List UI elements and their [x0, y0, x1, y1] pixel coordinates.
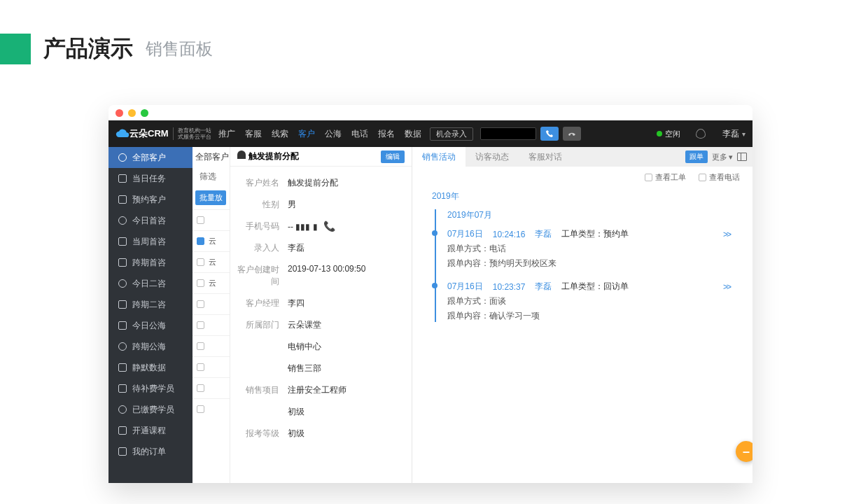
activity-tab-2[interactable]: 客服对话	[519, 147, 572, 167]
sidebar-item-8[interactable]: 今日公海	[108, 315, 192, 336]
view-ticket-checkbox[interactable]: 查看工单	[645, 172, 686, 183]
sidebar-item-2[interactable]: 预约客户	[108, 189, 192, 210]
list-row[interactable]	[192, 377, 230, 398]
activity-panel: 销售活动访客动态客服对话 跟单 更多▾ 查看工单 查看电话 2019年 2019…	[412, 147, 752, 483]
field-label: 录入人	[237, 242, 288, 254]
row-checkbox[interactable]	[197, 216, 204, 224]
row-checkbox[interactable]	[197, 300, 204, 308]
follow-button[interactable]: 跟单	[685, 150, 708, 163]
sidebar-item-9[interactable]: 跨期公海	[108, 336, 192, 357]
sidebar-item-12[interactable]: 已缴费学员	[108, 399, 192, 420]
row-checkbox[interactable]	[197, 279, 204, 287]
detail-field: 性别男	[237, 194, 405, 216]
sidebar-item-label: 今日二咨	[132, 278, 166, 290]
list-row[interactable]	[192, 335, 230, 356]
list-row[interactable]	[192, 356, 230, 377]
list-row[interactable]: 云	[192, 251, 230, 272]
row-checkbox[interactable]	[197, 258, 204, 266]
phone-icon	[545, 130, 554, 138]
minimize-window-icon[interactable]	[128, 109, 136, 117]
detail-field: 所属部门云朵课堂	[237, 314, 405, 336]
expand-arrow-icon[interactable]: >>	[723, 282, 730, 292]
row-checkbox[interactable]	[197, 321, 204, 329]
bell-icon[interactable]	[696, 129, 706, 139]
nav-item-1[interactable]: 客服	[245, 128, 262, 140]
timeline-month: 2019年07月	[447, 209, 733, 221]
search-input[interactable]	[480, 127, 536, 140]
brand-logo[interactable]: 云朵CRM 教育机构一站式服务云平台	[115, 127, 211, 141]
row-checkbox[interactable]	[197, 342, 204, 350]
nav-item-6[interactable]: 报名	[378, 128, 395, 140]
sidebar-item-11[interactable]: 待补费学员	[108, 378, 192, 399]
field-label	[237, 341, 288, 353]
sidebar-item-14[interactable]: 我的订单	[108, 441, 192, 462]
list-row[interactable]	[192, 314, 230, 335]
sidebar-item-6[interactable]: 今日二咨	[108, 273, 192, 294]
collapse-fab-button[interactable]: –	[736, 441, 752, 462]
detail-header: 触发提前分配 编辑	[230, 147, 412, 167]
nav-item-4[interactable]: 公海	[325, 128, 342, 140]
main-content: 全部客户 筛选 批量放 云云云 触发提前分配 编辑 客户姓名触发提前分配性别男手…	[192, 147, 752, 483]
row-checkbox[interactable]	[197, 363, 204, 371]
entry-date: 07月16日	[447, 228, 483, 240]
row-checkbox[interactable]	[197, 237, 204, 245]
sidebar-item-label: 我的订单	[132, 446, 166, 458]
call-button[interactable]	[540, 127, 559, 141]
field-label: 客户经理	[237, 298, 288, 309]
sidebar-item-4[interactable]: 当周首咨	[108, 231, 192, 252]
timeline-entry[interactable]: 07月16日10:23:37李磊工单类型：回访单>>跟单方式：面谈跟单内容：确认…	[447, 281, 733, 322]
sidebar-item-7[interactable]: 跨期二咨	[108, 294, 192, 315]
sidebar-item-5[interactable]: 跨期首咨	[108, 252, 192, 273]
list-row[interactable]: 云	[192, 230, 230, 251]
row-checkbox[interactable]	[197, 405, 204, 413]
field-value: 云朵课堂	[288, 319, 405, 331]
detail-field: 客户创建时间2019-07-13 00:09:50	[237, 259, 405, 293]
sidebar-item-1[interactable]: 当日任务	[108, 168, 192, 189]
list-row[interactable]	[192, 293, 230, 314]
detail-field: 报考等级初级	[237, 423, 405, 444]
nav-item-7[interactable]: 数据	[405, 128, 421, 140]
page-title: 产品演示	[43, 34, 133, 64]
sidebar-item-13[interactable]: 开通课程	[108, 420, 192, 441]
current-user[interactable]: 李磊	[722, 128, 739, 140]
row-checkbox[interactable]	[197, 384, 204, 392]
more-menu[interactable]: 更多▾	[712, 152, 733, 162]
sidebar: 全部客户当日任务预约客户今日首咨当周首咨跨期首咨今日二咨跨期二咨今日公海跨期公海…	[108, 147, 192, 483]
opportunity-entry-button[interactable]: 机会录入	[430, 127, 473, 141]
detail-field: 客户姓名触发提前分配	[237, 172, 405, 194]
close-window-icon[interactable]	[115, 109, 123, 117]
nav-item-0[interactable]: 推广	[218, 128, 235, 140]
phone-icon[interactable]: 📞	[323, 220, 335, 232]
timeline-year: 2019年	[432, 190, 733, 202]
expand-arrow-icon[interactable]: >>	[723, 230, 730, 239]
sidebar-item-10[interactable]: 静默数据	[108, 357, 192, 378]
sidebar-icon	[118, 237, 127, 246]
entry-type: 工单类型：回访单	[561, 281, 629, 293]
nav-item-5[interactable]: 电话	[351, 128, 368, 140]
activity-tab-0[interactable]: 销售活动	[412, 147, 465, 167]
field-value: 销售三部	[288, 363, 405, 374]
edit-button[interactable]: 编辑	[381, 150, 405, 163]
activity-tabs: 销售活动访客动态客服对话 跟单 更多▾	[412, 147, 752, 167]
top-nav: 云朵CRM 教育机构一站式服务云平台 推广客服线索客户公海电话报名数据 机会录入…	[108, 120, 752, 147]
view-call-checkbox[interactable]: 查看电话	[699, 172, 740, 183]
bulk-release-button[interactable]: 批量放	[195, 190, 226, 205]
activity-tab-1[interactable]: 访客动态	[465, 147, 519, 167]
sidebar-icon	[118, 300, 127, 309]
field-label: 所属部门	[237, 319, 288, 331]
agent-status[interactable]: 空闲	[657, 129, 680, 139]
hangup-button[interactable]	[563, 127, 581, 141]
nav-item-3[interactable]: 客户	[298, 128, 315, 140]
list-row[interactable]	[192, 398, 230, 419]
filter-label[interactable]: 筛选	[192, 167, 230, 186]
nav-item-2[interactable]: 线索	[272, 128, 288, 140]
layout-toggle-icon[interactable]	[737, 153, 747, 161]
list-row[interactable]	[192, 209, 230, 230]
timeline-entry[interactable]: 07月16日10:24:16李磊工单类型：预约单>>跟单方式：电话跟单内容：预约…	[447, 228, 733, 270]
maximize-window-icon[interactable]	[141, 109, 148, 117]
row-text: 云	[209, 236, 216, 246]
list-row[interactable]: 云	[192, 272, 230, 293]
sidebar-item-label: 跨期公海	[132, 341, 166, 353]
sidebar-item-3[interactable]: 今日首咨	[108, 210, 192, 231]
sidebar-item-0[interactable]: 全部客户	[108, 147, 192, 168]
